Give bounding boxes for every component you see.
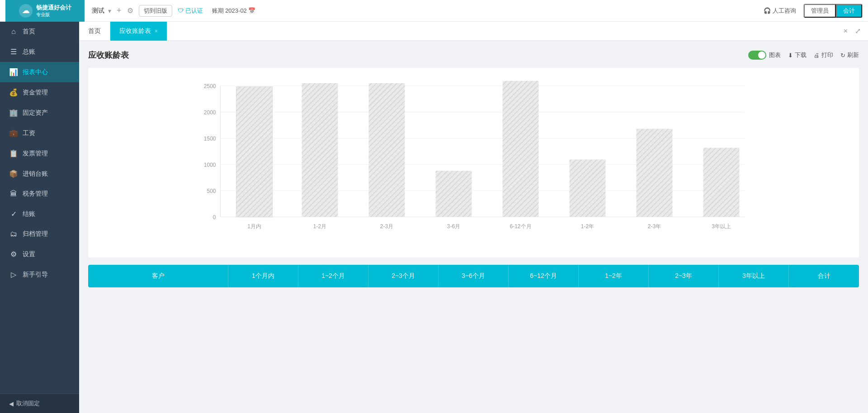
certified-text: 已认证: [185, 7, 203, 15]
guide-icon: ▷: [9, 270, 18, 279]
sidebar-item-closing[interactable]: ✓ 结账: [0, 204, 79, 224]
sidebar-item-archive[interactable]: 🗂 归档管理: [0, 224, 79, 244]
user-role-switcher: 管理员 会计: [803, 4, 863, 18]
sidebar-item-label: 工资: [23, 129, 35, 137]
app-logo: ☁ 畅捷通好会计 专业版: [5, 0, 85, 22]
refresh-icon: ↻: [840, 52, 845, 59]
sidebar-item-inventory[interactable]: 📦 进销台账: [0, 164, 79, 184]
svg-text:1500: 1500: [204, 136, 216, 142]
settings-icon: ⚙: [9, 250, 18, 258]
home-icon: ⌂: [9, 28, 18, 36]
svg-text:1-2月: 1-2月: [313, 223, 326, 230]
col-1-2months: 1~2个月: [298, 265, 368, 287]
close-window-icon[interactable]: ×: [842, 25, 849, 37]
page-header: 应收账龄表 图表 ⬇ 下载 🖨 打印: [88, 50, 859, 61]
sidebar-scroll: ⌂ 首页 ☰ 总账 📊 报表中心 💰 资金管理 🏢 固定资产 💼 工资: [0, 22, 79, 394]
sidebar-item-guide[interactable]: ▷ 新手引导: [0, 264, 79, 285]
svg-text:2-3月: 2-3月: [380, 223, 393, 230]
svg-text:1-2年: 1-2年: [581, 223, 594, 230]
svg-text:0: 0: [213, 214, 216, 221]
top-header: ☁ 畅捷通好会计 专业版 测试 ▾ + ⚙ 切到旧版 🛡 已认证 账期 2023…: [0, 0, 868, 22]
consulting-button[interactable]: 🎧 人工咨询: [764, 7, 796, 15]
col-3-6months: 3~6个月: [439, 265, 509, 287]
pin-icon: ◀: [9, 400, 14, 407]
invoice-icon: 📋: [9, 149, 18, 158]
svg-text:2-3年: 2-3年: [648, 223, 661, 230]
sidebar-item-reports[interactable]: 📊 报表中心: [0, 62, 79, 82]
add-button[interactable]: +: [117, 6, 122, 15]
col-2-3months: 2~3个月: [368, 265, 439, 287]
main-layout: ⌂ 首页 ☰ 总账 📊 报表中心 💰 资金管理 🏢 固定资产 💼 工资: [0, 22, 868, 413]
inventory-icon: 📦: [9, 169, 18, 178]
col-1month: 1个月内: [228, 265, 298, 287]
sidebar-item-invoice[interactable]: 📋 发票管理: [0, 143, 79, 164]
sidebar-item-tax[interactable]: 🏛 税务管理: [0, 184, 79, 204]
sidebar-item-label: 税务管理: [23, 190, 48, 198]
download-button[interactable]: ⬇ 下载: [788, 51, 807, 59]
period-info: 账期 2023-02 📅: [212, 7, 256, 15]
page-content: 应收账龄表 图表 ⬇ 下载 🖨 打印: [79, 41, 868, 413]
page-actions: 图表 ⬇ 下载 🖨 打印 ↻ 刷新: [748, 51, 859, 60]
headset-icon: 🎧: [764, 7, 771, 14]
svg-text:1000: 1000: [204, 162, 216, 168]
sidebar-item-label: 进销台账: [23, 170, 48, 178]
certified-icon: 🛡: [178, 7, 184, 14]
tab-close-icon[interactable]: ×: [155, 28, 158, 34]
svg-rect-20: [637, 129, 673, 217]
svg-text:2000: 2000: [204, 109, 216, 116]
svg-text:500: 500: [207, 188, 216, 194]
accountant-button[interactable]: 会计: [836, 4, 862, 18]
sidebar-item-salary[interactable]: 💼 工资: [0, 123, 79, 143]
company-name: 测试: [92, 7, 104, 15]
sidebar-item-label: 设置: [23, 250, 35, 258]
sidebar-item-label: 首页: [23, 28, 35, 36]
svg-rect-18: [503, 81, 539, 217]
chart-toggle[interactable]: 图表: [748, 51, 781, 60]
sidebar-unpin-button[interactable]: ◀ 取消固定: [0, 394, 79, 413]
tax-icon: 🏛: [9, 190, 18, 198]
col-1-2years: 1~2年: [579, 265, 649, 287]
sidebar: ⌂ 首页 ☰ 总账 📊 报表中心 💰 资金管理 🏢 固定资产 💼 工资: [0, 22, 79, 413]
tab-aging[interactable]: 应收账龄表 ×: [110, 22, 167, 41]
closing-icon: ✓: [9, 210, 18, 218]
settings-button[interactable]: ⚙: [127, 6, 133, 15]
sidebar-item-label: 总账: [23, 48, 35, 56]
report-icon: 📊: [9, 68, 18, 76]
refresh-button[interactable]: ↻ 刷新: [840, 51, 859, 59]
manager-button[interactable]: 管理员: [804, 4, 836, 18]
print-button[interactable]: 🖨 打印: [814, 51, 833, 59]
sidebar-item-settings[interactable]: ⚙ 设置: [0, 244, 79, 264]
chart-container: 0 500 1000 1500 2000 2500: [88, 68, 859, 258]
toggle-track[interactable]: [748, 51, 766, 60]
download-icon: ⬇: [788, 52, 793, 59]
tab-bar: 首页 应收账龄表 × × ⤢: [79, 22, 868, 41]
svg-text:3年以上: 3年以上: [712, 223, 731, 230]
sidebar-item-label: 报表中心: [23, 68, 48, 76]
svg-rect-17: [436, 171, 472, 217]
svg-text:3-6月: 3-6月: [447, 223, 460, 230]
sidebar-item-label: 结账: [23, 210, 35, 218]
app-edition: 专业版: [36, 12, 71, 18]
sidebar-item-funds[interactable]: 💰 资金管理: [0, 82, 79, 103]
sidebar-item-label: 发票管理: [23, 150, 48, 158]
expand-icon[interactable]: ⤢: [853, 25, 863, 37]
svg-rect-19: [570, 160, 606, 217]
toggle-thumb: [758, 52, 765, 59]
archive-icon: 🗂: [9, 230, 18, 238]
col-2-3years: 2~3年: [649, 265, 719, 287]
company-area: 测试 ▾: [92, 7, 111, 15]
sidebar-item-ledger[interactable]: ☰ 总账: [0, 42, 79, 62]
tab-home[interactable]: 首页: [79, 22, 110, 41]
data-table: 客户 1个月内 1~2个月 2~3个月 3~6个月 6~12个月 1~2年 2~…: [88, 265, 859, 287]
old-version-button[interactable]: 切到旧版: [139, 5, 172, 17]
col-total: 合计: [789, 265, 859, 287]
svg-text:6-12个月: 6-12个月: [509, 223, 531, 230]
dropdown-icon[interactable]: ▾: [108, 7, 111, 14]
sidebar-item-home[interactable]: ⌂ 首页: [0, 22, 79, 42]
col-customer: 客户: [88, 265, 228, 287]
page-title: 应收账龄表: [88, 50, 129, 61]
tab-bar-right: × ⤢: [842, 25, 868, 37]
print-icon: 🖨: [814, 52, 820, 59]
sidebar-item-assets[interactable]: 🏢 固定资产: [0, 103, 79, 123]
bar-chart: 0 500 1000 1500 2000 2500: [97, 77, 850, 249]
